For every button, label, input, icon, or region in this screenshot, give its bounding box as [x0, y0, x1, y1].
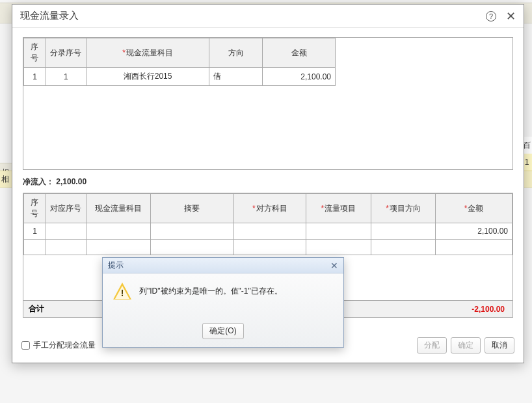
- upper-grid-header-row: 序号 分录序号 现金流量科目 方向 金额: [24, 38, 336, 68]
- col2-proj-dir[interactable]: 项目方向: [371, 194, 436, 223]
- ok-button[interactable]: 确定: [451, 337, 481, 354]
- col2-cashflow-item[interactable]: 现金流量科目: [86, 194, 151, 223]
- cell-direction[interactable]: 借: [209, 68, 263, 86]
- col-entry-seq[interactable]: 分录序号: [46, 38, 86, 68]
- close-icon[interactable]: ✕: [505, 11, 516, 21]
- alert-dialog: 提示 ✕ ! 列"ID"被约束为是唯一的。值"-1"已存在。 确定(O): [102, 257, 344, 348]
- cell2-match-seq[interactable]: [46, 223, 86, 240]
- manual-alloc-checkbox[interactable]: [21, 341, 30, 350]
- cell-seq: 1: [24, 68, 46, 86]
- allocate-button[interactable]: 分配: [417, 337, 447, 354]
- lower-grid-header-row: 序号 对应序号 现金流量科目 摘要 对方科目 流量项目 项目方向 金额: [24, 194, 512, 223]
- bg-label-2: 相: [1, 174, 9, 185]
- cell2-amount[interactable]: 2,100.00: [436, 223, 512, 240]
- cell2-summary[interactable]: [151, 223, 233, 240]
- alert-header: 提示 ✕: [103, 258, 343, 273]
- warning-icon: !: [113, 283, 131, 301]
- col2-flow-proj[interactable]: 流量项目: [306, 194, 371, 223]
- cell-cashflow-item[interactable]: 湘西长行2015: [86, 68, 209, 86]
- alert-ok-button[interactable]: 确定(O): [202, 323, 243, 339]
- upper-grid-row[interactable]: 1 1 湘西长行2015 借 2,100.00: [24, 68, 336, 86]
- col-cashflow-item[interactable]: 现金流量科目: [86, 38, 209, 68]
- col-direction[interactable]: 方向: [209, 38, 263, 68]
- help-icon[interactable]: ?: [486, 11, 496, 21]
- col2-amount[interactable]: 金额: [436, 194, 512, 223]
- alert-title: 提示: [108, 260, 124, 271]
- col2-match-seq[interactable]: 对应序号: [46, 194, 86, 223]
- cancel-button[interactable]: 取消: [485, 337, 514, 354]
- dialog-header: 现金流量录入 ? ✕: [12, 5, 524, 28]
- cell-amount[interactable]: 2,100.00: [263, 68, 336, 86]
- lower-grid-row[interactable]: 1 2,100.00: [24, 223, 512, 240]
- cell2-flow-proj[interactable]: [306, 223, 371, 240]
- col2-seq[interactable]: 序号: [24, 194, 46, 223]
- lower-grid-empty-row[interactable]: [24, 240, 512, 255]
- upper-grid: 序号 分录序号 现金流量科目 方向 金额 1 1 湘西长行2015 借 2,10…: [23, 37, 513, 170]
- col-seq[interactable]: 序号: [24, 38, 46, 68]
- cell2-cashflow-item[interactable]: [86, 223, 151, 240]
- manual-alloc-checkbox-wrap[interactable]: 手工分配现金流量: [21, 340, 96, 351]
- alert-close-icon[interactable]: ✕: [329, 260, 339, 271]
- dialog-title: 现金流量录入: [20, 10, 79, 22]
- alert-message: 列"ID"被约束为是唯一的。值"-1"已存在。: [139, 283, 282, 298]
- manual-alloc-label: 手工分配现金流量: [33, 340, 96, 351]
- col2-summary[interactable]: 摘要: [151, 194, 233, 223]
- cell-entry-seq: 1: [46, 68, 86, 86]
- net-inflow-value: 2,100.00: [56, 177, 86, 186]
- col2-against-item[interactable]: 对方科目: [233, 194, 306, 223]
- col-amount[interactable]: 金额: [263, 38, 336, 68]
- cell2-seq: 1: [24, 223, 46, 240]
- net-inflow-label: 净流入： 2,100.00: [23, 176, 513, 188]
- total-amount: -2,100.00: [472, 305, 512, 314]
- cell2-against-item[interactable]: [233, 223, 306, 240]
- cell2-proj-dir[interactable]: [371, 223, 436, 240]
